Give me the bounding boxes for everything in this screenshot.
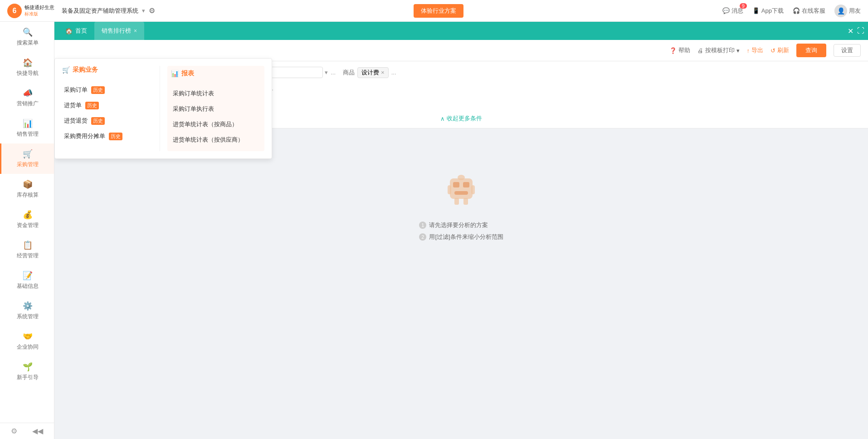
app-download-button[interactable]: 📱 App下载 — [752, 7, 784, 15]
menu-item-purchase-order-stats[interactable]: 采购订单统计表 — [171, 86, 261, 101]
sidebar-item-guide[interactable]: 🌱 新手引导 — [0, 356, 54, 387]
chevron-down-icon[interactable]: ▾ — [142, 7, 145, 14]
system-title-area: 装备及固定资产辅助管理系统 ▾ ⚙ — [62, 6, 155, 15]
sidebar-settings-button[interactable]: ⚙ — [11, 427, 17, 435]
sidebar-item-label: 库存核算 — [17, 191, 39, 199]
top-header: 6 畅捷通好生意 标准版 装备及固定资产辅助管理系统 ▾ ⚙ 体验行业方案 💬 … — [0, 0, 868, 22]
export-button[interactable]: ↑ 导出 — [747, 46, 764, 54]
history-badge-1: 历史 — [91, 86, 105, 94]
empty-robot-icon — [439, 165, 484, 210]
history-badge-2: 历史 — [85, 102, 99, 109]
tab-home[interactable]: 🏠 首页 — [58, 22, 94, 40]
menu-item-purchase-order[interactable]: 采购订单 历史 — [62, 82, 152, 98]
chart-icon: 📊 — [23, 118, 33, 128]
sidebar-item-label: 销售管理 — [17, 130, 39, 138]
clipboard-icon: 📋 — [23, 240, 33, 250]
menu-item-purchase-expense[interactable]: 采购费用分摊单 历史 — [62, 128, 152, 144]
trial-button[interactable]: 体验行业方案 — [414, 4, 463, 18]
purchase-section-title: 🛒 采购业务 — [62, 66, 152, 77]
menu-item-purchase-order-exec[interactable]: 采购订单执行表 — [171, 101, 261, 117]
refresh-icon: ↺ — [770, 47, 775, 54]
svg-rect-4 — [448, 185, 451, 194]
online-service-button[interactable]: 🎧 在线客服 — [793, 7, 825, 15]
menu-item-return-goods[interactable]: 进货退货 历史 — [62, 113, 152, 128]
sidebar-item-finance[interactable]: 💰 资金管理 — [0, 204, 54, 235]
message-button[interactable]: 💬 消息 9 — [722, 7, 743, 15]
goods-tag[interactable]: 设计费 × — [357, 67, 389, 78]
sidebar-item-purchase[interactable]: 🛒 采购管理 — [0, 143, 54, 174]
logo-badge: 标准版 — [24, 11, 54, 17]
help-button[interactable]: ❓ 帮助 — [669, 46, 690, 54]
menu-item-incoming[interactable]: 进货单 历史 — [62, 98, 152, 113]
sidebar-item-inventory[interactable]: 📦 库存核算 — [0, 174, 54, 204]
sidebar-item-base-info[interactable]: 📝 基础信息 — [0, 265, 54, 296]
svg-rect-3 — [454, 191, 468, 195]
order-status-chevron-icon: ▾ — [325, 69, 328, 76]
menu-divider — [160, 66, 160, 151]
home-tab-icon: 🏠 — [65, 28, 73, 35]
goods-label: 商品 — [343, 69, 355, 77]
history-badge-4: 历史 — [109, 133, 122, 140]
purchase-section-icon: 🛒 — [62, 66, 70, 74]
message-icon: 💬 — [722, 7, 730, 14]
user-menu[interactable]: 👤 用友 — [834, 5, 861, 17]
sidebar-bottom: ⚙ ◀◀ — [0, 423, 54, 439]
sidebar: 🔍 搜索菜单 🏠 快捷导航 📣 营销推广 📊 销售管理 🛒 采购管理 📦 库存核… — [0, 22, 54, 439]
svg-rect-5 — [471, 185, 475, 194]
history-badge-3: 历史 — [91, 117, 105, 125]
print-button[interactable]: 🖨 按模板打印 ▾ — [697, 46, 740, 54]
main-layout: 🔍 搜索菜单 🏠 快捷导航 📣 营销推广 📊 销售管理 🛒 采购管理 📦 库存核… — [0, 22, 868, 439]
sidebar-item-system[interactable]: ⚙️ 系统管理 — [0, 296, 54, 326]
sidebar-item-label: 快捷导航 — [17, 69, 39, 77]
sidebar-item-label: 采购管理 — [17, 161, 39, 168]
set-button[interactable]: 设置 — [834, 44, 861, 57]
logo-text: 畅捷通好生意 — [24, 4, 54, 10]
sidebar-item-enterprise[interactable]: 🤝 企业协同 — [0, 326, 54, 356]
tab-close-icon[interactable]: × — [134, 28, 137, 34]
tab-bar: 🏠 首页 销售排行榜 × ✕ ⛶ — [54, 22, 868, 40]
menu-item-incoming-stats-supplier[interactable]: 进货单统计表（按供应商） — [171, 132, 261, 148]
handshake-icon: 🤝 — [23, 331, 33, 341]
sidebar-item-label: 新手引导 — [17, 374, 39, 381]
print-chevron-icon: ▾ — [736, 47, 740, 54]
svg-point-8 — [458, 175, 465, 180]
tip-item-2: 2 用[过滤]条件来缩小分析范围 — [419, 231, 503, 243]
goods-tag-close-icon[interactable]: × — [381, 69, 385, 76]
content-area: 🏠 首页 销售排行榜 × ✕ ⛶ ❓ 帮助 🖨 按模板打印 ▾ — [54, 22, 868, 439]
menu-item-incoming-stats-goods[interactable]: 进货单统计表（按商品） — [171, 117, 261, 132]
refresh-button[interactable]: ↺ 刷新 — [770, 46, 789, 54]
order-status-dots[interactable]: ... — [331, 69, 336, 76]
logo-area: 6 畅捷通好生意 标准版 — [7, 4, 62, 18]
sidebar-item-quick-nav[interactable]: 🏠 快捷导航 — [0, 52, 54, 83]
sidebar-item-operations[interactable]: 📋 经营管理 — [0, 235, 54, 265]
sidebar-collapse-button[interactable]: ◀◀ — [32, 427, 43, 435]
sidebar-item-label: 资金管理 — [17, 222, 39, 229]
sidebar-item-label: 基础信息 — [17, 282, 39, 290]
svg-rect-6 — [454, 198, 459, 205]
megaphone-icon: 📣 — [23, 88, 33, 98]
svg-rect-1 — [453, 182, 459, 187]
logo-icon: 6 — [7, 4, 22, 18]
goods-dots[interactable]: ... — [391, 69, 396, 76]
tab-sales-ranking[interactable]: 销售排行榜 × — [94, 22, 144, 40]
svg-rect-7 — [463, 198, 468, 205]
sidebar-item-label: 搜索菜单 — [17, 39, 39, 47]
box-icon: 📦 — [23, 179, 33, 189]
sidebar-item-label: 经营管理 — [17, 252, 39, 260]
settings-icon[interactable]: ⚙ — [149, 6, 155, 15]
sidebar-item-marketing[interactable]: 📣 营销推广 — [0, 83, 54, 113]
sidebar-item-sales[interactable]: 📊 销售管理 — [0, 113, 54, 143]
system-title: 装备及固定资产辅助管理系统 — [62, 7, 138, 15]
tab-bar-close-button[interactable]: ✕ — [848, 27, 853, 35]
sidebar-item-label: 企业协同 — [17, 343, 39, 351]
sidebar-item-search[interactable]: 🔍 搜索菜单 — [0, 22, 54, 52]
query-button[interactable]: 查询 — [796, 44, 826, 57]
seedling-icon: 🌱 — [23, 362, 33, 372]
purchase-dropdown-menu: 🛒 采购业务 采购订单 历史 进货单 历史 进货退货 历史 — [54, 58, 272, 159]
sidebar-item-label: 营销推广 — [17, 100, 39, 108]
svg-rect-2 — [463, 182, 469, 187]
export-icon: ↑ — [747, 47, 750, 54]
tab-bar-expand-button[interactable]: ⛶ — [857, 27, 864, 35]
avatar: 👤 — [834, 5, 847, 17]
report-section-icon: 📊 — [171, 70, 179, 77]
